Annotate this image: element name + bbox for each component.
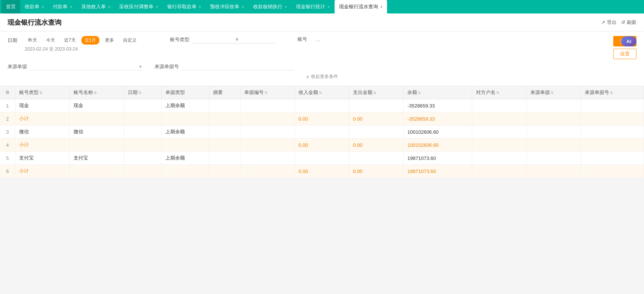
close-icon[interactable]: × — [70, 4, 72, 9]
table-wrapper: ⚙ 账号类型⇅ 账号名称⇅ 日期⇅ 单据类型 摘要 单据编号⇅ — [0, 86, 644, 178]
nav-item-advance[interactable]: 预收冲应收单 × — [206, 0, 248, 13]
cell-expense — [349, 99, 404, 112]
nav-home[interactable]: 首页 — [2, 0, 20, 13]
nav-home-label: 首页 — [6, 3, 16, 10]
page-title: 现金银行流水查询 — [8, 18, 62, 27]
cell-expense — [349, 125, 404, 139]
sort-icon[interactable]: ⇅ — [94, 91, 97, 95]
collapse-filter-button[interactable]: ∧ 收起更多条件 — [8, 72, 636, 81]
sort-icon[interactable]: ⇅ — [319, 91, 322, 95]
nav-label: 付款单 — [53, 3, 68, 10]
cell-summary — [209, 112, 240, 125]
close-icon[interactable]: × — [242, 4, 244, 9]
sort-icon[interactable]: ⇅ — [418, 91, 421, 95]
export-button[interactable]: ↗ 导出 — [601, 19, 617, 26]
nav-item-cash-flow[interactable]: 现金银行流水查询 × — [335, 0, 387, 13]
nav-label: 其他收入单 — [81, 3, 106, 10]
cell-doc-type — [161, 165, 209, 178]
nav-item-adjust[interactable]: 应收应付调整单 × — [115, 0, 162, 13]
nav-item-payments[interactable]: 付款单 × — [48, 0, 77, 13]
source-doc-select[interactable]: ▼ — [30, 63, 143, 70]
cell-account-type: 微信 — [15, 125, 69, 139]
source-doc-no-group: 来源单据号 — [155, 63, 294, 70]
cell-balance: 100102606.60 — [404, 125, 472, 139]
account-type-select[interactable]: ▼ — [192, 36, 275, 43]
cell-account-name — [69, 112, 124, 125]
sort-icon[interactable]: ⇅ — [264, 91, 267, 95]
nav-item-receipt-exec[interactable]: 收款核销执行 × — [249, 0, 291, 13]
source-doc-dropdown-icon: ▼ — [138, 64, 143, 69]
close-icon[interactable]: × — [108, 4, 110, 9]
cell-expense: 0.00 — [349, 139, 404, 152]
collapse-label: 收起更多条件 — [311, 73, 338, 80]
refresh-icon: ↺ — [621, 19, 625, 25]
refresh-button[interactable]: ↺ 刷新 — [621, 19, 636, 26]
source-doc-no-input[interactable] — [182, 64, 294, 69]
nav-item-other-income[interactable]: 其他收入单 × — [77, 0, 115, 13]
close-icon[interactable]: × — [42, 4, 44, 9]
cell-balance: -3528659.33 — [404, 99, 472, 112]
cell-income — [294, 99, 349, 112]
cell-source-doc-no — [581, 165, 644, 178]
cell-seq: 1 — [0, 99, 15, 112]
source-doc-label: 来源单据 — [8, 63, 27, 70]
sort-icon[interactable]: ⇅ — [610, 91, 613, 95]
nav-item-bank-deposit[interactable]: 银行存取款单 × — [163, 0, 206, 13]
cell-date — [124, 112, 161, 125]
col-income: 收入金额⇅ — [294, 86, 349, 99]
close-icon[interactable]: × — [156, 4, 158, 9]
date-1month[interactable]: 近1月 — [81, 36, 100, 45]
cell-balance: 19871073.60 — [404, 152, 472, 165]
col-balance: 余额⇅ — [404, 86, 472, 99]
col-settings[interactable]: ⚙ — [0, 86, 15, 99]
data-table: ⚙ 账号类型⇅ 账号名称⇅ 日期⇅ 单据类型 摘要 单据编号⇅ — [0, 86, 644, 178]
col-account-name: 账号名称⇅ — [69, 86, 124, 99]
date-custom[interactable]: 自定义 — [120, 36, 140, 45]
setting-button[interactable]: 设置 — [613, 49, 636, 59]
cell-summary — [209, 165, 240, 178]
cell-account-name — [69, 165, 124, 178]
settings-gear-icon[interactable]: ⚙ — [5, 90, 11, 96]
cell-doc-no — [240, 112, 294, 125]
cell-source-doc — [526, 165, 581, 178]
close-icon[interactable]: × — [285, 4, 287, 9]
cell-source-doc — [526, 152, 581, 165]
nav-label: 现金银行统计 — [296, 3, 325, 10]
table-body: 1 现金 现金 上期余额 -3528659.33 2 小计 0.00 0.00 … — [0, 99, 644, 178]
date-more[interactable]: 更多 — [102, 36, 117, 45]
cell-counterparty — [472, 125, 526, 139]
cell-counterparty — [472, 165, 526, 178]
source-doc-group: 来源单据 ▼ — [8, 63, 143, 70]
cell-account-type: 小计 — [15, 139, 69, 152]
source-doc-input[interactable] — [30, 64, 138, 69]
sort-icon[interactable]: ⇅ — [373, 91, 376, 95]
cell-account-type: 支付宝 — [15, 152, 69, 165]
nav-item-receipts[interactable]: 收款单 × — [20, 0, 48, 13]
close-icon[interactable]: × — [199, 4, 201, 9]
source-doc-no-field[interactable] — [182, 63, 294, 70]
nav-item-cash-stats[interactable]: 现金银行统计 × — [291, 0, 334, 13]
cell-date — [124, 99, 161, 112]
account-label: 账号 — [297, 36, 312, 43]
date-7days[interactable]: 近7天 — [61, 36, 79, 45]
cell-expense: 0.00 — [349, 165, 404, 178]
close-icon[interactable]: × — [380, 4, 383, 9]
source-doc-no-label: 来源单据号 — [155, 63, 179, 70]
cell-account-type: 小计 — [15, 165, 69, 178]
date-yesterday[interactable]: 昨天 — [25, 36, 41, 45]
close-icon[interactable]: × — [327, 4, 330, 9]
account-dots: ... — [315, 36, 320, 43]
sort-icon[interactable]: ⇅ — [551, 91, 554, 95]
date-today[interactable]: 今天 — [43, 36, 59, 45]
cell-summary — [209, 152, 240, 165]
page-header: 现金银行流水查询 ↗ 导出 ↺ 刷新 — [0, 13, 644, 31]
sort-icon[interactable]: ⇅ — [496, 91, 499, 95]
sort-icon[interactable]: ⇅ — [138, 91, 141, 95]
col-expense: 支出金额⇅ — [349, 86, 404, 99]
sort-icon[interactable]: ⇅ — [39, 91, 42, 95]
ai-button[interactable]: Ai — [621, 36, 636, 46]
cell-date — [124, 139, 161, 152]
cell-summary — [209, 125, 240, 139]
filter-area: 日期 昨天 今天 近7天 近1月 更多 自定义 2023-02-24 至 202… — [0, 31, 644, 86]
nav-label: 收款核销执行 — [253, 3, 282, 10]
